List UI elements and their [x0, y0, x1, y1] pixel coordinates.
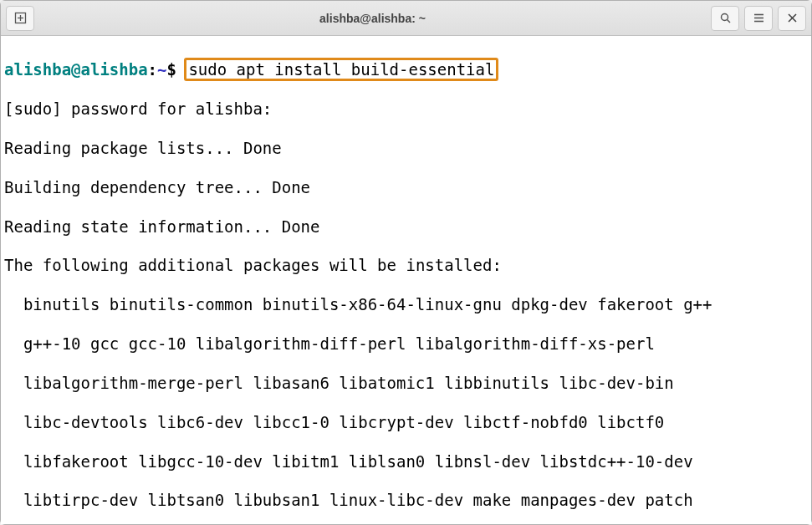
output-line: libfakeroot libgcc-10-dev libitm1 liblsa…: [4, 452, 804, 471]
prompt-user-host: alishba@alishba: [4, 60, 148, 79]
prompt-symbol: $: [167, 60, 186, 79]
output-line: binutils binutils-common binutils-x86-64…: [4, 295, 804, 314]
terminal-window: alishba@alishba: ~ alishba@alishba:~$ su…: [0, 0, 812, 525]
prompt-colon: :: [148, 60, 157, 79]
window-title: alishba@alishba: ~: [39, 12, 706, 25]
output-line: libalgorithm-merge-perl libasan6 libatom…: [4, 374, 804, 393]
output-line: libtirpc-dev libtsan0 libubsan1 linux-li…: [4, 491, 804, 510]
terminal-body[interactable]: alishba@alishba:~$ sudo apt install buil…: [1, 36, 811, 524]
output-line: The following additional packages will b…: [4, 256, 804, 275]
output-line: Reading state information... Done: [4, 217, 804, 237]
prompt-path: ~: [157, 60, 166, 79]
output-line: Building dependency tree... Done: [4, 178, 804, 197]
search-icon: [719, 12, 732, 24]
output-line: libc-devtools libc6-dev libcc1-0 libcryp…: [4, 413, 804, 432]
output-line: Reading package lists... Done: [4, 139, 804, 158]
search-button[interactable]: [711, 6, 739, 31]
menu-button[interactable]: [744, 6, 773, 31]
prompt-line: alishba@alishba:~$ sudo apt install buil…: [4, 60, 804, 79]
command-highlight: sudo apt install build-essential: [184, 58, 498, 81]
new-tab-icon: [14, 12, 27, 24]
menu-icon: [753, 12, 765, 24]
output-line: [sudo] password for alishba:: [4, 99, 804, 119]
output-line: g++-10 gcc gcc-10 libalgorithm-diff-perl…: [4, 334, 804, 354]
titlebar: alishba@alishba: ~: [1, 1, 811, 36]
close-button[interactable]: [778, 6, 806, 31]
svg-point-3: [721, 14, 728, 21]
new-tab-button[interactable]: [6, 6, 34, 31]
close-icon: [787, 13, 798, 23]
svg-line-4: [727, 20, 730, 23]
